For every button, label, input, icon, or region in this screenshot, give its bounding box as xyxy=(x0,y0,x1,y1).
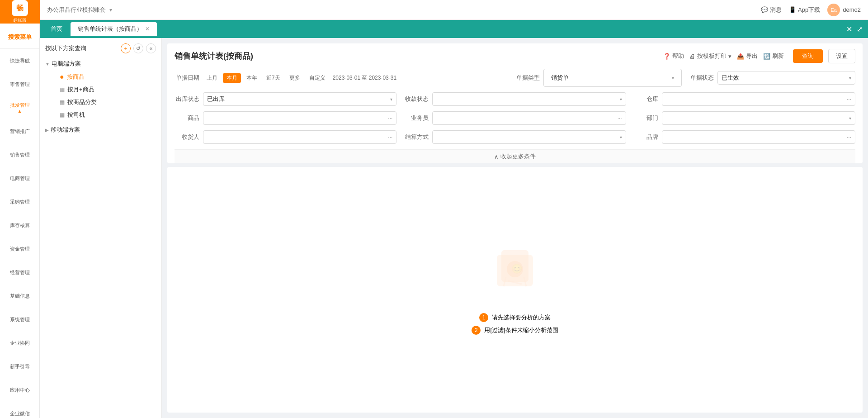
refresh-button[interactable]: 🔃 刷新 xyxy=(763,52,784,60)
sidebar-item-sales[interactable]: 销售管理 xyxy=(0,143,39,166)
salesperson-control[interactable]: ··· xyxy=(432,111,626,125)
date-this-year[interactable]: 本年 xyxy=(243,73,261,83)
tab-sales-stats[interactable]: 销售单统计表（按商品） ✕ xyxy=(71,22,157,36)
tree-item-by-cashier[interactable]: ▦ 按司机 xyxy=(47,109,161,121)
settings-button[interactable]: 设置 xyxy=(828,49,855,63)
department-control[interactable]: ▾ xyxy=(662,111,855,125)
tab-maximize-button[interactable]: ⤢ xyxy=(855,23,864,35)
export-button[interactable]: 📤 导出 xyxy=(737,52,758,60)
retail-label: 零售管理 xyxy=(10,81,30,88)
filter-area: 单据日期 上月 本月 本年 近7天 更多 自定义 2023-03-01 至 20… xyxy=(175,69,855,163)
payment-status-control[interactable]: ▾ xyxy=(432,92,626,106)
logo-icon: 畅 xyxy=(12,0,28,16)
sidebar-item-basic[interactable]: 基础信息 xyxy=(0,284,39,308)
app-download-button[interactable]: 📱 App下载 xyxy=(789,6,820,14)
date-custom[interactable]: 自定义 xyxy=(306,73,329,83)
filter-recipient: 收货人 ··· xyxy=(175,130,396,144)
product-control[interactable]: ··· xyxy=(203,111,396,125)
export-label: 导出 xyxy=(746,52,758,60)
tree-desktop-children: ● 按商品 ▦ 按月+商品 ▦ 按商品分类 ▦ 按司机 xyxy=(40,71,161,121)
sidebar-item-purchase[interactable]: 采购管理 xyxy=(0,190,39,214)
tree-item-by-month-product[interactable]: ▦ 按月+商品 xyxy=(47,83,161,96)
sidebar-item-enterprise[interactable]: 企业协同 xyxy=(0,331,39,355)
sidebar-item-system[interactable]: 系统管理 xyxy=(0,308,39,331)
tree-desktop-section[interactable]: ▼ 电脑端方案 xyxy=(40,57,161,71)
refresh-scheme-button[interactable]: ↺ xyxy=(133,43,143,53)
filter-doc-type: 单据类型 销货单 ▾ xyxy=(515,69,682,87)
by-product-label: 按商品 xyxy=(67,73,85,81)
empty-step-1: 1 请先选择要分析的方案 xyxy=(479,313,551,322)
warehouse-status-control[interactable]: 已出库 ▾ xyxy=(203,92,396,106)
by-month-product-label: 按月+商品 xyxy=(67,86,94,94)
empty-step-2: 2 用[过滤]条件来缩小分析范围 xyxy=(472,326,558,335)
by-cashier-icon: ▦ xyxy=(60,112,65,118)
sidebar-item-search[interactable]: 搜索菜单 xyxy=(0,25,39,49)
brand-control[interactable]: ··· xyxy=(662,130,855,144)
doc-status-control[interactable]: 已生效 ▾ xyxy=(717,71,856,85)
sidebar-item-operations[interactable]: 经营管理 xyxy=(0,261,39,284)
sidebar-item-wholesale[interactable]: 批发管理 ▲ xyxy=(0,96,39,119)
collapse-bar[interactable]: ∧ 收起更多条件 xyxy=(175,149,855,163)
doc-type-arrow[interactable]: ▾ xyxy=(668,73,678,83)
tab-sales-stats-label: 销售单统计表（按商品） xyxy=(78,25,142,33)
add-scheme-button[interactable]: ＋ xyxy=(121,43,131,53)
payment-status-label: 收款状态 xyxy=(404,95,429,103)
sidebar-item-ecommerce[interactable]: 电商管理 xyxy=(0,166,39,190)
tab-close-icon[interactable]: ✕ xyxy=(145,26,150,32)
tree-item-by-category[interactable]: ▦ 按商品分类 xyxy=(47,96,161,109)
user-profile-button[interactable]: Ea demo2 xyxy=(827,4,861,16)
desktop-section-label: 电脑端方案 xyxy=(52,60,81,68)
breadcrumb-dropdown-icon[interactable]: ▾ xyxy=(109,7,112,13)
filter-row-2: 出库状态 已出库 ▾ 收款状态 ▾ xyxy=(175,92,855,106)
recipient-control[interactable]: ··· xyxy=(203,130,396,144)
tab-home-label: 首页 xyxy=(51,25,62,33)
sidebar-logo: 畅 标账版 xyxy=(0,0,40,24)
collapse-panel-button[interactable]: « xyxy=(146,43,156,53)
date-7days[interactable]: 近7天 xyxy=(263,73,284,83)
sidebar-item-marketing[interactable]: 营销推广 xyxy=(0,119,39,143)
sidebar-item-retail[interactable]: 零售管理 xyxy=(0,72,39,96)
sidebar-item-apps[interactable]: 应用中心 xyxy=(0,378,39,402)
tab-home[interactable]: 首页 xyxy=(43,22,70,36)
doc-type-label: 单据类型 xyxy=(515,74,540,82)
step-2-text: 用[过滤]条件来缩小分析范围 xyxy=(484,326,558,334)
query-button[interactable]: 查询 xyxy=(793,49,823,63)
filter-warehouse-status: 出库状态 已出库 ▾ xyxy=(175,92,396,106)
warehouse-label: 仓库 xyxy=(633,95,658,103)
sidebar-item-quicknav[interactable]: 快捷导航 xyxy=(0,49,39,72)
empty-illustration: 😊 xyxy=(488,241,542,304)
sidebar-item-inventory[interactable]: 库存核算 xyxy=(0,214,39,237)
sidebar-item-finance[interactable]: 资金管理 xyxy=(0,237,39,261)
search-menu-label: 搜索菜单 xyxy=(8,33,32,41)
date-this-month[interactable]: 本月 xyxy=(223,73,241,83)
sidebar-item-newbie[interactable]: 新手引导 xyxy=(0,355,39,378)
filter-warehouse: 仓库 ··· xyxy=(633,92,855,106)
tree-mobile-section[interactable]: ▶ 移动端方案 xyxy=(40,123,161,137)
print-button[interactable]: 🖨 按模板打印 ▾ xyxy=(689,52,731,60)
filter-brand: 品牌 ··· xyxy=(633,130,855,144)
step-1-num: 1 xyxy=(479,313,488,322)
help-button[interactable]: ❓ 帮助 xyxy=(663,52,684,60)
sidebar-item-wechat[interactable]: 企业微信 xyxy=(0,402,39,418)
doc-type-control[interactable]: 销货单 ▾ xyxy=(543,69,682,87)
warehouse-control[interactable]: ··· xyxy=(662,92,855,106)
finance-label: 资金管理 xyxy=(10,246,30,252)
settlement-control[interactable]: ▾ xyxy=(432,130,626,144)
recipient-dots: ··· xyxy=(388,134,392,140)
date-last-month[interactable]: 上月 xyxy=(203,73,221,83)
tree-item-by-product[interactable]: ● 按商品 xyxy=(47,71,161,83)
tab-close-button[interactable]: ✕ xyxy=(844,23,854,35)
left-panel-actions: ＋ ↺ « xyxy=(121,43,156,53)
right-panel: 销售单统计表(按商品) ❓ 帮助 🖨 按模板打印 ▾ 📤 xyxy=(162,38,868,418)
quicknav-label: 快捷导航 xyxy=(10,57,30,64)
purchase-label: 采购管理 xyxy=(10,199,30,205)
wechat-label: 企业微信 xyxy=(10,410,30,417)
collapse-icon: ∧ xyxy=(494,153,499,160)
message-button[interactable]: 💬 消息 xyxy=(761,6,782,14)
product-label: 商品 xyxy=(175,114,199,122)
filter-product: 商品 ··· xyxy=(175,111,396,125)
by-product-dot-icon: ● xyxy=(60,73,64,81)
mobile-section-label: 移动端方案 xyxy=(51,126,80,134)
date-more[interactable]: 更多 xyxy=(286,73,304,83)
brand-label: 品牌 xyxy=(633,133,658,141)
